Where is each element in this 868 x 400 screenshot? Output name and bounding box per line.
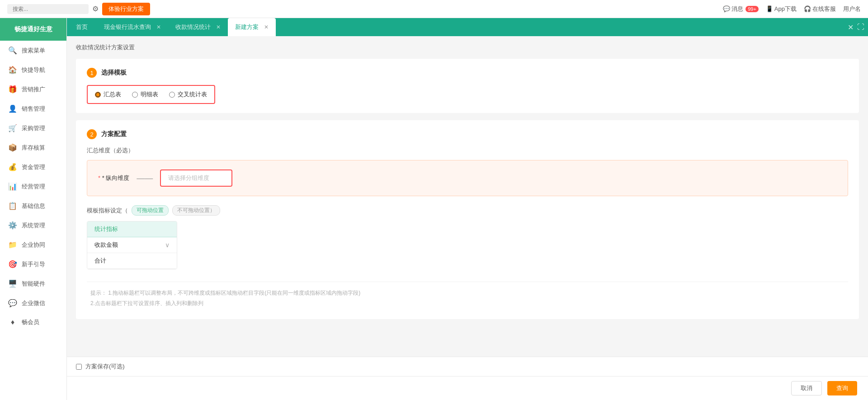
sidebar-label-smart-hw: 智能硬件	[22, 280, 45, 288]
tab-collection-stats[interactable]: 收款情况统计 ✕	[168, 18, 228, 36]
tab-close-all-icon[interactable]: ✕	[848, 23, 854, 32]
inventory-icon: 📦	[8, 143, 17, 152]
sidebar-label-marketing: 营销推广	[22, 85, 45, 94]
app-download-link[interactable]: 📱 App下载	[766, 5, 797, 13]
tab-new-plan[interactable]: 新建方案 ✕	[228, 18, 276, 36]
sales-icon: 👤	[8, 104, 17, 113]
radio-detail[interactable]: 明细表	[132, 90, 158, 99]
save-plan-checkbox[interactable]	[76, 364, 82, 370]
sidebar-item-basic-info[interactable]: 📋 基础信息	[0, 196, 66, 216]
logo-text: 畅捷通好生意	[14, 25, 52, 33]
purchase-icon: 🛒	[8, 124, 17, 132]
metrics-hint-text: 模板指标设定（	[87, 207, 128, 215]
tab-bank-flow[interactable]: 现金银行流水查询 ✕	[97, 18, 168, 36]
user-menu[interactable]: 用户名	[843, 5, 861, 13]
metrics-section: 模板指标设定（ 可拖动位置 不可拖动位置） 统计指标 收款金额 ∨ 合计	[87, 205, 848, 271]
sidebar-item-purchase[interactable]: 🛒 采购管理	[0, 118, 66, 138]
tab-bar: 首页 现金银行流水查询 ✕ 收款情况统计 ✕ 新建方案 ✕ ✕ ⛶	[67, 18, 868, 36]
dimension-row: * * 纵向维度 —— 请选择分组维度	[98, 169, 837, 187]
finance-icon: 💰	[8, 163, 17, 171]
metrics-table-header: 统计指标	[87, 221, 177, 237]
tab-new-plan-label: 新建方案	[235, 23, 259, 31]
radio-summary[interactable]: 汇总表	[95, 90, 121, 99]
tab-bar-right: ✕ ⛶	[848, 23, 868, 32]
sidebar-item-smart-hw[interactable]: 🖥️ 智能硬件	[0, 274, 66, 293]
step2-header: 2 方案配置	[87, 129, 848, 139]
main-layout: 畅捷通好生意 🔍 搜索菜单 🏠 快捷导航 🎁 营销推广 👤 销售管理 🛒 采购管…	[0, 18, 868, 400]
step1-num: 1	[87, 68, 97, 78]
metrics-row-1-label: 合计	[94, 257, 170, 265]
step2-section: 2 方案配置 汇总维度（必选） * * 纵向维度 ——	[76, 120, 859, 319]
template-options: 汇总表 明细表 交叉统计表	[87, 85, 215, 104]
cancel-button[interactable]: 取消	[791, 381, 822, 395]
system-icon: ⚙️	[8, 221, 17, 230]
sidebar-label-sales: 销售管理	[22, 105, 45, 113]
tab-new-plan-close[interactable]: ✕	[264, 24, 269, 30]
wechat-icon: 💬	[8, 299, 17, 307]
required-star: *	[98, 174, 102, 181]
tip-2-text: 2.点击标题栏下拉可设置排序、插入列和删除列	[90, 300, 203, 306]
sidebar-label-operations: 经营管理	[22, 183, 45, 191]
search-menu-icon: 🔍	[8, 46, 17, 55]
draggable-badge: 可拖动位置	[132, 205, 169, 216]
step2-num: 2	[87, 129, 97, 139]
sidebar-logo: 畅捷通好生意	[0, 18, 66, 41]
sidebar-item-finance[interactable]: 💰 资金管理	[0, 157, 66, 177]
sidebar-item-wechat[interactable]: 💬 企业微信	[0, 293, 66, 313]
quick-nav-icon: 🏠	[8, 66, 17, 74]
sidebar-item-system[interactable]: ⚙️ 系统管理	[0, 216, 66, 235]
messages-link[interactable]: 💬 消息 99+	[723, 5, 759, 13]
sidebar-item-inventory[interactable]: 📦 库存核算	[0, 138, 66, 157]
sidebar-item-marketing[interactable]: 🎁 营销推广	[0, 80, 66, 99]
non-draggable-badge: 不可拖动位置）	[172, 205, 220, 216]
search-input[interactable]	[7, 4, 89, 14]
content-area: 收款情况统计方案设置 1 选择模板 汇总表 明细表	[67, 36, 868, 400]
tip-2: 2.点击标题栏下拉可设置排序、插入列和删除列	[87, 300, 848, 307]
sidebar-item-quick-nav[interactable]: 🏠 快捷导航	[0, 60, 66, 80]
radio-summary-input[interactable]	[95, 92, 101, 98]
tip-1: 提示： 1.拖动标题栏可以调整布局，不可跨维度或指标区域拖动栏目字段(只能在同一…	[87, 289, 848, 297]
newbie-icon: 🎯	[8, 260, 17, 268]
metrics-table: 统计指标 收款金额 ∨ 合计	[87, 221, 177, 269]
sidebar-label-basic-info: 基础信息	[22, 202, 45, 210]
dimension-select-wrap: 请选择分组维度	[160, 169, 232, 187]
step1-title: 选择模板	[101, 69, 127, 77]
tab-expand-icon[interactable]: ⛶	[857, 23, 864, 31]
query-button[interactable]: 查询	[827, 381, 857, 395]
tab-bank-flow-close[interactable]: ✕	[156, 24, 161, 30]
radio-summary-label: 汇总表	[104, 90, 121, 99]
tab-home-label: 首页	[76, 23, 88, 31]
metrics-row-0-arrow[interactable]: ∨	[165, 241, 170, 249]
dimension-select[interactable]: 请选择分组维度	[160, 169, 232, 187]
smart-hw-icon: 🖥️	[8, 279, 17, 288]
sidebar-label-member: 畅会员	[22, 318, 39, 326]
radio-crosstab-input[interactable]	[169, 92, 175, 98]
enterprise-coop-icon: 📁	[8, 240, 17, 249]
radio-crosstab-label: 交叉统计表	[178, 90, 207, 99]
gear-icon[interactable]: ⚙	[92, 5, 99, 13]
step1-header: 1 选择模板	[87, 68, 848, 78]
sidebar-item-sales[interactable]: 👤 销售管理	[0, 99, 66, 118]
vertical-label-text: * 纵向维度	[102, 174, 130, 181]
support-link[interactable]: 🎧 在线客服	[804, 5, 836, 13]
sidebar-item-operations[interactable]: 📊 经营管理	[0, 177, 66, 196]
sidebar-item-newbie[interactable]: 🎯 新手引导	[0, 254, 66, 274]
sidebar-label-enterprise-coop: 企业协同	[22, 241, 45, 249]
tab-bank-flow-label: 现金银行流水查询	[104, 23, 151, 31]
sidebar: 畅捷通好生意 🔍 搜索菜单 🏠 快捷导航 🎁 营销推广 👤 销售管理 🛒 采购管…	[0, 18, 67, 400]
sidebar-label-quick-nav: 快捷导航	[22, 66, 45, 74]
support-label: 在线客服	[812, 5, 836, 13]
tab-collection-stats-close[interactable]: ✕	[216, 24, 221, 30]
radio-crosstab[interactable]: 交叉统计表	[169, 90, 207, 99]
sidebar-item-enterprise-coop[interactable]: 📁 企业协同	[0, 235, 66, 254]
dimension-section-title: 汇总维度（必选）	[87, 146, 848, 155]
step2-title: 方案配置	[101, 130, 127, 138]
tab-home[interactable]: 首页	[67, 18, 97, 36]
tips-section: 提示： 1.拖动标题栏可以调整布局，不可跨维度或指标区域拖动栏目字段(只能在同一…	[87, 282, 848, 307]
sidebar-item-search-menu[interactable]: 🔍 搜索菜单	[0, 41, 66, 60]
radio-detail-input[interactable]	[132, 92, 138, 98]
tab-collection-stats-label: 收款情况统计	[175, 23, 211, 31]
breadcrumb: 收款情况统计方案设置	[76, 43, 859, 52]
sidebar-item-member[interactable]: ♦ 畅会员	[0, 313, 66, 332]
trial-button[interactable]: 体验行业方案	[102, 3, 150, 15]
